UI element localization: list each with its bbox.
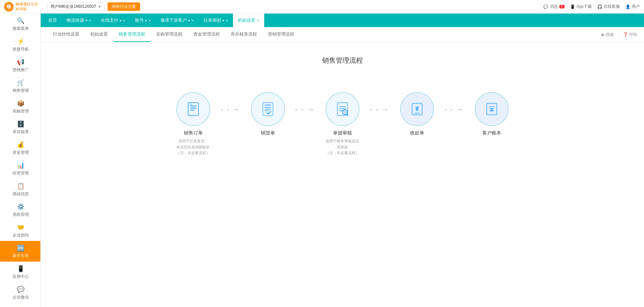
close-icon[interactable]: ✕ xyxy=(89,19,91,22)
arrow-right-icon2: - - → xyxy=(295,105,315,114)
svg-text:¥: ¥ xyxy=(415,105,418,112)
nav-tab-home[interactable]: 首页 xyxy=(43,14,62,27)
arrow-right-icon4: - - → xyxy=(444,105,464,114)
help-link[interactable]: ❓ 帮助 xyxy=(623,32,637,38)
sales-order-circle xyxy=(176,92,210,126)
finance-icon: 💰 xyxy=(17,141,24,148)
nav-tab-period-init[interactable]: 往来期初 ▾ ✕ xyxy=(199,14,233,27)
close-icon6[interactable]: ✕ xyxy=(257,19,259,22)
video-label: 视频 xyxy=(606,32,614,38)
notifications-item[interactable]: 💬 消息 6 xyxy=(543,4,565,9)
sidebar-item-search[interactable]: 🔍 搜索菜单 xyxy=(0,14,40,34)
sidebar-item-collab[interactable]: 🤝 企业协同 xyxy=(0,220,40,241)
search-icon: 🔍 xyxy=(17,17,24,24)
sub-tab-finance-flow-label: 资金管理流程 xyxy=(193,32,220,37)
online-service-label: 在线客服 xyxy=(604,4,620,9)
sidebar-item-purchase-label: 采购管理 xyxy=(13,108,29,114)
app-download-item[interactable]: 📱 App下载 xyxy=(570,4,592,9)
sidebar-item-sales[interactable]: 🛒 销售管理 xyxy=(0,76,40,96)
sidebar-item-wechat[interactable]: 💬 企业微信 xyxy=(0,282,40,303)
sidebar-item-wechat-label: 企业微信 xyxy=(13,294,29,300)
flow-arrow-4: - - → xyxy=(444,92,465,114)
doc-review-desc: 适用于财务审核或主管审核（注：非必要流程） xyxy=(326,138,359,156)
sidebar-item-marketing[interactable]: 📢 营销推广 xyxy=(0,55,40,76)
sidebar-item-inventory[interactable]: 🗄️ 库存核算 xyxy=(0,117,40,138)
top-bar-right: 💬 消息 6 📱 App下载 🎧 在线客服 👤 用户 xyxy=(543,4,640,9)
sub-tab-sales-flow-label: 销售管理流程 xyxy=(119,32,145,37)
sales-order-label: 销售订单 xyxy=(184,130,203,136)
nav-tab-invite-label: 邀请下游客户 xyxy=(160,17,187,23)
sidebar-item-member[interactable]: 👑 畅会员 xyxy=(0,303,40,307)
inventory-icon: 🗄️ xyxy=(17,120,24,128)
sidebar-item-app-center[interactable]: 📱 应用中心 xyxy=(0,262,40,282)
nav-tab-account[interactable]: 账号 ▾ ✕ xyxy=(130,14,156,27)
sub-tabs: 行业特性设置 初始设置 销售管理流程 采购管理流程 资金管理流程 库存核算流程 … xyxy=(41,27,644,42)
nav-tab-invite[interactable]: 邀请下游客户 ▾ ✕ xyxy=(156,14,199,27)
sidebar-item-guide[interactable]: 🆕 新手引导 xyxy=(0,241,40,262)
flow-item-sales-order: 销售订单 适用于分批发货、有合同发货周期较长（注：非必要流程） xyxy=(166,92,220,156)
sub-tab-marketing-flow-label: 营销管理流程 xyxy=(268,32,294,37)
sub-tab-right-actions: ▶ 视频 | ❓ 帮助 xyxy=(602,32,637,38)
sub-tab-marketing-flow[interactable]: 营销管理流程 xyxy=(262,27,300,42)
sales-invoice-icon xyxy=(259,101,276,118)
sidebar-item-system[interactable]: ⚙️ 系统管理 xyxy=(0,200,40,220)
sub-tab-initial[interactable]: 初始设置 xyxy=(85,27,113,42)
video-link[interactable]: ▶ 视频 xyxy=(602,32,614,38)
flow-item-sales-invoice: 销货单 xyxy=(241,92,295,138)
flow-item-receipt: ¥ 收款单 xyxy=(390,92,444,138)
chevron-down-icon3: ▾ xyxy=(145,19,147,22)
close-icon4[interactable]: ✕ xyxy=(191,19,194,22)
sub-tab-sales-flow[interactable]: 销售管理流程 xyxy=(113,27,151,42)
page-title: 销售管理流程 xyxy=(54,56,630,65)
sales-invoice-circle xyxy=(251,92,285,126)
chevron-down-icon2: ▾ xyxy=(120,19,121,22)
svg-rect-7 xyxy=(265,104,271,106)
sidebar-item-operations[interactable]: 📊 经营管理 xyxy=(0,158,40,179)
close-icon5[interactable]: ✕ xyxy=(226,19,228,22)
wechat-icon: 💬 xyxy=(17,286,24,293)
user-selector-label: 用户690企业1660120507 xyxy=(51,4,96,9)
sub-tab-purchase-flow[interactable]: 采购管理流程 xyxy=(151,27,188,42)
message-icon: 💬 xyxy=(543,4,548,9)
top-bar-left: 畅 畅康通好生意 标准版 用户690企业1660120507 ▼ 体验行业方案 xyxy=(4,2,140,12)
sidebar-item-quick-nav-label: 快捷导航 xyxy=(13,46,29,52)
sidebar-item-finance[interactable]: 💰 资金管理 xyxy=(0,138,40,158)
sales-invoice-label: 销货单 xyxy=(261,130,275,136)
sidebar-item-marketing-label: 营销推广 xyxy=(13,67,29,73)
system-icon: ⚙️ xyxy=(17,203,24,210)
sidebar-item-basic-info[interactable]: 📋 基础信息 xyxy=(0,179,40,200)
sub-tab-industry[interactable]: 行业特性设置 xyxy=(47,27,85,42)
nav-tab-initial-setup-label: 初始设置 xyxy=(238,17,255,23)
logo-text: 畅康通好生意 标准版 xyxy=(16,2,38,11)
trial-button[interactable]: 体验行业方案 xyxy=(108,2,140,11)
flow-arrow-2: - - → xyxy=(295,92,315,114)
chevron-down-icon5: ▾ xyxy=(222,19,224,22)
lightning-icon: ⚡ xyxy=(17,38,24,45)
user-selector[interactable]: 用户690企业1660120507 ▼ xyxy=(47,2,105,11)
sidebar-item-quick-nav[interactable]: ⚡ 快捷导航 xyxy=(0,34,40,55)
nav-tab-account-label: 账号 xyxy=(135,17,144,23)
online-service-item[interactable]: 🎧 在线客服 xyxy=(597,4,620,9)
nav-tab-logistics-label: 物流快递 xyxy=(66,17,84,23)
sidebar-item-collab-label: 企业协同 xyxy=(13,232,29,238)
sidebar-item-sales-label: 销售管理 xyxy=(13,88,29,94)
app-download-label: App下载 xyxy=(577,4,592,9)
sidebar-item-purchase[interactable]: 📦 采购管理 xyxy=(0,96,40,117)
chevron-down-icon: ▾ xyxy=(85,19,87,22)
sub-tab-finance-flow[interactable]: 资金管理流程 xyxy=(188,27,225,42)
user-profile-item[interactable]: 👤 用户 xyxy=(625,4,640,9)
nav-tab-payment-label: 在线支付 xyxy=(101,17,118,23)
nav-tab-payment[interactable]: 在线支付 ▾ ✕ xyxy=(96,14,130,27)
user-avatar-icon: 👤 xyxy=(625,4,630,9)
operations-icon: 📊 xyxy=(17,162,24,169)
sidebar-item-app-center-label: 应用中心 xyxy=(13,274,29,280)
close-icon2[interactable]: ✕ xyxy=(123,19,125,22)
dropdown-arrow-icon: ▼ xyxy=(98,4,102,9)
nav-tab-logistics[interactable]: 物流快递 ▾ ✕ xyxy=(62,14,96,27)
sub-tab-inventory-flow[interactable]: 库存核算流程 xyxy=(225,27,262,42)
purchase-icon: 📦 xyxy=(17,100,24,107)
close-icon3[interactable]: ✕ xyxy=(148,19,151,22)
nav-tab-initial-setup[interactable]: 初始设置 ✕ xyxy=(233,14,264,27)
help-label: 帮助 xyxy=(629,32,637,38)
marketing-icon: 📢 xyxy=(17,58,24,66)
